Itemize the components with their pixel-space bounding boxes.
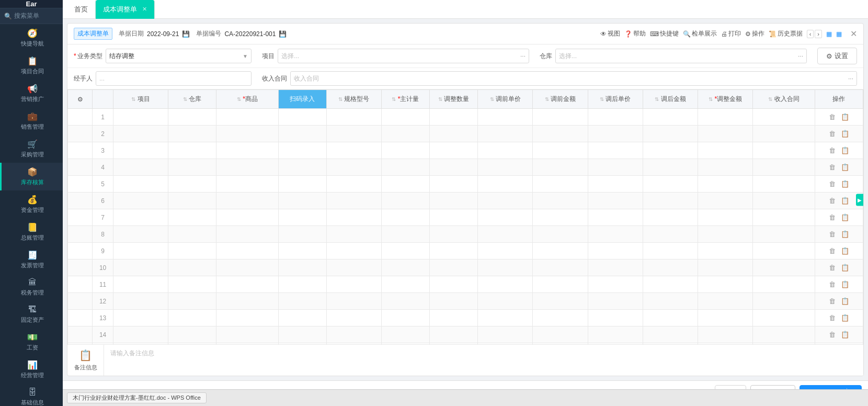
row-delete-icon-5[interactable]: 🗑 [829,180,836,188]
grid-view-icon-2[interactable]: ▦ [836,30,842,38]
tab-cost-adjust[interactable]: 成本调整单 ✕ [96,0,155,19]
row-spec-10[interactable] [326,260,381,276]
tab-home[interactable]: 首页 [67,0,96,19]
row-spec-14[interactable] [326,326,381,343]
row-qty-2[interactable] [430,126,478,142]
sidebar-item-quick-nav[interactable]: 🧭 快捷导航 [0,24,63,52]
row-income-contract-7[interactable] [753,209,815,226]
row-product-5[interactable] [216,176,278,193]
sidebar-item-base-info[interactable]: 🗄 基础信息 [0,384,63,406]
row-after-price-5[interactable] [588,176,643,193]
th-after-amount[interactable]: ⇅ 调后金额 [643,90,698,109]
row-after-amount-1[interactable] [643,109,698,126]
row-product-1[interactable] [216,109,278,126]
row-prev-price-6[interactable] [478,193,533,209]
sidebar-item-payroll[interactable]: 💵 工资 [0,328,63,356]
row-copy-icon-9[interactable]: 📋 [841,247,849,255]
row-project-5[interactable] [113,176,168,193]
row-warehouse-3[interactable] [168,142,216,159]
row-adj-amount-4[interactable] [698,159,753,176]
row-scan-1[interactable] [278,109,326,126]
row-after-price-3[interactable] [588,142,643,159]
row-qty-4[interactable] [430,159,478,176]
row-warehouse-13[interactable] [168,310,216,326]
row-prev-price-9[interactable] [478,243,533,260]
income-contract-input[interactable]: 收入合同 ··· [290,71,857,86]
row-income-contract-10[interactable] [753,260,815,276]
row-spec-5[interactable] [326,176,381,193]
row-unit-3[interactable] [381,142,429,159]
row-spec-15[interactable] [326,343,381,345]
row-income-contract-1[interactable] [753,109,815,126]
row-income-contract-15[interactable] [753,343,815,345]
row-after-price-15[interactable] [588,343,643,345]
sidebar-item-marketing[interactable]: 📢 营销推广 [0,80,63,107]
row-delete-icon-10[interactable]: 🗑 [829,264,836,272]
taskbar-item[interactable]: 木门行业好业财处理方案-墨红红.doc - WPS Office [67,392,207,403]
nav-next-button[interactable]: › [815,30,822,38]
nav-prev-button[interactable]: ‹ [807,30,814,38]
row-project-13[interactable] [113,310,168,326]
row-prev-price-1[interactable] [478,109,533,126]
ops-action[interactable]: ⚙ 操作 [745,29,764,38]
row-unit-5[interactable] [381,176,429,193]
row-after-price-7[interactable] [588,209,643,226]
print-action[interactable]: 🖨 打印 [721,29,741,38]
row-after-price-10[interactable] [588,260,643,276]
row-delete-icon-14[interactable]: 🗑 [829,331,836,339]
row-copy-icon-13[interactable]: 📋 [841,314,849,322]
row-spec-1[interactable] [326,109,381,126]
row-after-amount-8[interactable] [643,226,698,243]
row-after-amount-11[interactable] [643,276,698,293]
tab-close-button[interactable]: ✕ [142,6,147,13]
row-adj-amount-10[interactable] [698,260,753,276]
row-unit-8[interactable] [381,226,429,243]
th-spec[interactable]: ⇅ 规格型号 [326,90,381,109]
check-action[interactable]: 🔍 检单展示 [683,29,717,38]
row-project-4[interactable] [113,159,168,176]
row-scan-13[interactable] [278,310,326,326]
row-prev-price-13[interactable] [478,310,533,326]
row-after-price-14[interactable] [588,326,643,343]
row-after-price-8[interactable] [588,226,643,243]
row-after-amount-5[interactable] [643,176,698,193]
sidebar-item-tax[interactable]: 🏛 税务管理 [0,274,63,301]
grid-view-icon-1[interactable]: ▦ [826,30,832,38]
row-prev-price-4[interactable] [478,159,533,176]
row-product-9[interactable] [216,243,278,260]
row-warehouse-14[interactable] [168,326,216,343]
view-action[interactable]: 👁 视图 [600,29,620,38]
row-copy-icon-4[interactable]: 📋 [841,163,849,171]
row-after-price-6[interactable] [588,193,643,209]
row-qty-12[interactable] [430,293,478,310]
row-prev-price-15[interactable] [478,343,533,345]
row-prev-price-8[interactable] [478,226,533,243]
row-adj-amount-14[interactable] [698,326,753,343]
biz-type-input[interactable]: 结存调整 ▼ [106,49,252,63]
row-product-14[interactable] [216,326,278,343]
history-action[interactable]: 📜 历史票据 [769,29,803,38]
row-after-amount-3[interactable] [643,142,698,159]
row-spec-12[interactable] [326,293,381,310]
row-qty-10[interactable] [430,260,478,276]
row-prev-amount-11[interactable] [533,276,588,293]
row-scan-15[interactable] [278,343,326,345]
row-income-contract-9[interactable] [753,243,815,260]
row-qty-7[interactable] [430,209,478,226]
row-prev-amount-6[interactable] [533,193,588,209]
row-unit-7[interactable] [381,209,429,226]
row-delete-icon-7[interactable]: 🗑 [829,213,836,221]
row-product-3[interactable] [216,142,278,159]
row-scan-8[interactable] [278,226,326,243]
row-delete-icon-12[interactable]: 🗑 [829,297,836,305]
row-qty-6[interactable] [430,193,478,209]
row-copy-icon-11[interactable]: 📋 [841,280,849,288]
row-scan-9[interactable] [278,243,326,260]
sidebar-item-ledger[interactable]: 📒 总账管理 [0,218,63,246]
row-project-1[interactable] [113,109,168,126]
row-income-contract-4[interactable] [753,159,815,176]
row-prev-amount-15[interactable] [533,343,588,345]
remarks-input[interactable] [104,345,863,376]
row-scan-4[interactable] [278,159,326,176]
th-prev-price[interactable]: ⇅ 调前单价 [478,90,533,109]
